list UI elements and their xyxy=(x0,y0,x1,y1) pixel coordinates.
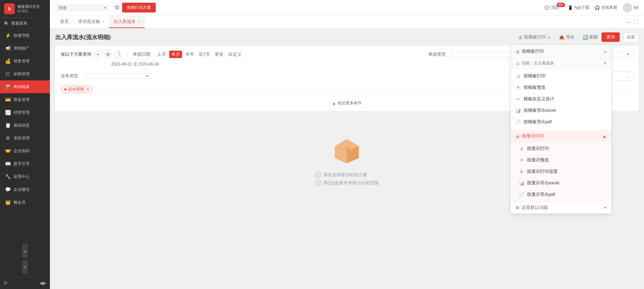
sidebar-item-sales[interactable]: 💰 销售管理 xyxy=(0,55,50,68)
sidebar-item-quick[interactable]: ⚡ 快捷导航 xyxy=(0,29,50,42)
dropdown-footer: ⚙ 设置默认功能 xyxy=(511,202,611,213)
export-btn[interactable]: 📤 导出 xyxy=(559,34,575,40)
display-print-header[interactable]: 🖨 按显示打印 ▲ xyxy=(511,131,611,141)
date-option-last-month[interactable]: 上月 xyxy=(156,51,167,58)
date-option-this-month[interactable]: 本月 xyxy=(169,51,182,58)
business-type-dropdown[interactable] xyxy=(85,73,152,79)
display-export-pdf-item[interactable]: 📄 按显示导出pdf xyxy=(511,189,611,200)
tab-inventory-flow[interactable]: 出入库流水 × xyxy=(109,16,144,28)
topbar-search-input[interactable] xyxy=(59,5,103,10)
sidebar-item-apps[interactable]: 🔧 应用中心 xyxy=(0,170,50,183)
window-expand-icon[interactable]: ⛶ xyxy=(634,19,639,25)
item-design-icon: ✏ xyxy=(516,96,521,102)
filter-add-button[interactable]: + xyxy=(94,51,101,58)
template-print-item[interactable]: 🖨 按模板打印 xyxy=(511,70,611,82)
refresh-label: 刷新 xyxy=(589,34,598,40)
collab-icon: 🤝 xyxy=(5,148,11,154)
sidebar-item-vip[interactable]: 👑 畅会员 xyxy=(0,196,50,209)
sidebar-item-operations[interactable]: 📈 经营管理 xyxy=(0,106,50,119)
tab-batch-account[interactable]: 库存批次账 × xyxy=(74,16,109,28)
template-preview-item[interactable]: 👁 按模板预览 xyxy=(511,82,611,93)
display-print-item[interactable]: 🖨 按显示打印 xyxy=(511,143,611,154)
sidebar-item-guide[interactable]: 📖 新手引导 xyxy=(0,157,50,170)
empty-step-2: 2 用[过滤]条件来缩小分析范围 xyxy=(315,180,378,186)
export-icon: 📤 xyxy=(559,35,564,40)
sidebar-scroll-controls: ▲ ▼ xyxy=(0,241,50,277)
sidebar-scroll-down[interactable]: ▼ xyxy=(22,260,28,274)
sidebar-item-basics[interactable]: 📋 基础信息 xyxy=(0,119,50,132)
template-print-btn[interactable]: 🖨 按模板打印 ▲ xyxy=(518,34,551,40)
app-download-button[interactable]: 📱 App下载 xyxy=(568,5,589,10)
setting-button[interactable]: 设置 xyxy=(623,33,639,42)
sidebar-nav: ⚡ 快捷导航 📢 营销推广 💰 销售管理 🛒 采购管理 📦 库存核算 💳 资金管… xyxy=(0,29,50,241)
operations-icon: 📈 xyxy=(5,109,11,115)
search-icon: 🔍 xyxy=(4,21,9,26)
doc-type-arrow[interactable] xyxy=(627,54,630,55)
online-service-button[interactable]: 🎧 在线客服 xyxy=(595,5,617,10)
display-print-setting-item[interactable]: ⚙ 按显示打印设置 xyxy=(511,166,611,177)
current-label-group: 🖨 当前：出入库流水 xyxy=(516,60,554,66)
display-section-collapse[interactable]: ▲ xyxy=(602,134,607,139)
sidebar-search[interactable]: 🔍 搜索菜单 xyxy=(0,18,50,29)
app-name: 畅捷通好生意 xyxy=(18,4,40,9)
message-button[interactable]: 💬 消息 99+ xyxy=(545,5,562,10)
settings-icon[interactable]: ⚙ xyxy=(3,280,8,286)
display-preview-item[interactable]: 👁 按显示预览 xyxy=(511,154,611,166)
topbar-right: 💬 消息 99+ 📱 App下载 🎧 在线客服 Rit xyxy=(545,3,639,12)
sidebar-item-system[interactable]: ⚙ 系统管理 xyxy=(0,132,50,144)
dropdown-header: 🖨 按模板打印 xyxy=(511,45,611,58)
section-divider xyxy=(511,130,611,130)
date-option-this-year[interactable]: 本年 xyxy=(184,51,196,58)
template-custom-item[interactable]: ✏ 模板自定义设计 xyxy=(511,93,611,105)
tab-flow-close[interactable]: × xyxy=(138,20,140,24)
dropdown-collapse-icon[interactable] xyxy=(604,51,607,52)
apps-icon: 🔧 xyxy=(5,174,11,180)
sidebar-scroll-up[interactable]: ▲ xyxy=(22,244,28,258)
tab-home[interactable]: 首页 xyxy=(55,16,74,28)
sidebar-item-wechat[interactable]: 💬 企业微信 xyxy=(0,183,50,196)
collapse-sidebar-icon[interactable]: ◀▶ xyxy=(39,280,47,286)
sidebar-item-collab[interactable]: 🤝 企业协同 xyxy=(0,144,50,157)
collapse-conditions-btn[interactable]: ▲ 收起更多条件 xyxy=(332,100,362,106)
topbar-search-box[interactable]: ▾ xyxy=(55,4,109,11)
page-actions: 🖨 按模板打印 ▲ | 📤 导出 | 🔄 刷新 查询 设置 xyxy=(518,32,639,42)
display-printer-icon: 🖨 xyxy=(519,146,524,151)
footer-arrow[interactable] xyxy=(604,207,607,209)
vip-icon: 👑 xyxy=(5,199,11,205)
empty-box-svg: ? xyxy=(332,136,362,166)
headset-icon: 🎧 xyxy=(595,5,600,10)
template-print-arrow[interactable]: ▲ xyxy=(547,35,551,39)
current-dropdown-arrow[interactable] xyxy=(604,62,607,64)
date-option-custom[interactable]: 自定义 xyxy=(227,51,243,58)
message-badge: 99+ xyxy=(557,3,565,7)
flow-tag[interactable]: 流水明细 × xyxy=(61,85,93,93)
user-avatar-button[interactable]: Rit xyxy=(623,3,639,12)
filter-gear-button[interactable]: ⚙ xyxy=(104,51,112,58)
date-option-more[interactable]: 更多 xyxy=(213,51,225,58)
empty-step-1: 1 请先选择要分析的方案 xyxy=(315,172,378,178)
app-version: 标准版 xyxy=(18,9,40,14)
date-option-7days[interactable]: 近7天 xyxy=(198,51,211,58)
query-button[interactable]: 查询 xyxy=(602,32,620,42)
set-default-label: 设置默认功能 xyxy=(522,205,548,211)
set-default-button[interactable]: ⚙ 设置默认功能 xyxy=(516,205,548,211)
topbar-search-dropdown[interactable]: ▾ xyxy=(104,5,106,10)
refresh-btn[interactable]: 🔄 刷新 xyxy=(583,34,598,40)
sidebar-item-purchase[interactable]: 🛒 采购管理 xyxy=(0,68,50,80)
sidebar-item-finance[interactable]: 💳 资金管理 xyxy=(0,93,50,106)
display-export-excel-item[interactable]: 📊 按显示导出excel xyxy=(511,177,611,189)
filter-collapse-button[interactable]: 《 xyxy=(114,51,122,58)
sidebar-item-inventory[interactable]: 📦 库存核算 xyxy=(0,80,50,93)
template-export-excel-item[interactable]: 📊 按模板导出excel xyxy=(511,105,611,116)
trial-industry-button[interactable]: 体验行业方案 xyxy=(122,3,156,12)
window-shrink-icon[interactable]: — xyxy=(626,19,631,25)
sidebar-item-marketing[interactable]: 📢 营销推广 xyxy=(0,42,50,55)
tab-batch-close[interactable]: × xyxy=(102,20,104,24)
item-label: 按显示预览 xyxy=(527,157,549,163)
topbar-gear-icon[interactable]: ⚙ xyxy=(115,4,119,11)
template-export-pdf-item[interactable]: 📄 按模板导出pdf xyxy=(511,116,611,128)
flow-tag-close[interactable]: × xyxy=(87,87,89,92)
warehouse-more-icon[interactable]: ... xyxy=(626,74,630,79)
business-type-arrow[interactable] xyxy=(146,75,148,77)
content-area: 出入库流水(流水明细) 🖨 按模板打印 ▲ | 📤 导出 | 🔄 刷新 查询 xyxy=(50,28,644,289)
